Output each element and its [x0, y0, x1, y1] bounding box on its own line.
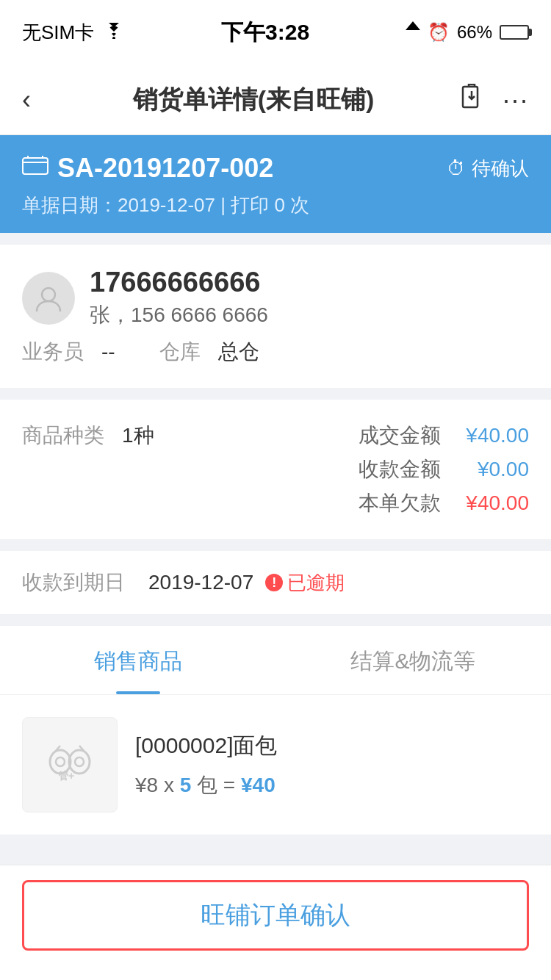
alarm-icon: ⏰ — [428, 22, 450, 43]
amount-label-2: 本单欠款 — [359, 489, 441, 517]
svg-rect-2 — [23, 158, 48, 174]
tabs-header: 销售商品 结算&物流等 — [0, 626, 551, 695]
amount-label-0: 成交金额 — [359, 422, 441, 450]
nav-actions: ··· — [441, 84, 529, 116]
summary-section: 商品种类 1种 成交金额 ¥40.00 收款金额 ¥0.00 本单欠款 ¥40.… — [0, 400, 551, 539]
avatar — [22, 272, 75, 325]
customer-name: 张，156 6666 6666 — [90, 301, 268, 329]
overdue-text: 已逾期 — [287, 570, 345, 596]
status-bar: 无SIM卡 下午3:28 ⏰ 66% — [0, 0, 551, 65]
status-left: 无SIM卡 — [22, 20, 125, 46]
order-icon — [22, 153, 48, 184]
battery-text: 66% — [457, 22, 492, 43]
tab-products[interactable]: 销售商品 — [0, 626, 276, 694]
type-value: 1种 — [122, 422, 154, 450]
confirm-order-button[interactable]: 旺铺订单确认 — [22, 880, 529, 951]
order-status: ⏱ 待确认 — [447, 156, 529, 181]
customer-top: 17666666666 张，156 6666 6666 — [22, 267, 529, 329]
customer-info: 17666666666 张，156 6666 6666 — [90, 267, 268, 329]
customer-phone: 17666666666 — [90, 267, 268, 298]
tabs-section: 销售商品 结算&物流等 管+ — [0, 626, 551, 835]
product-quantity: 5 — [180, 774, 192, 796]
warehouse-value: 总仓 — [218, 338, 259, 366]
order-id-text: SA-20191207-002 — [57, 153, 273, 184]
overdue-badge: ! 已逾期 — [265, 570, 345, 596]
order-id: SA-20191207-002 — [22, 153, 273, 184]
page-title: 销货单详情(来自旺铺) — [66, 83, 441, 117]
amount-value-2: ¥40.00 — [455, 491, 529, 515]
product-thumb-inner: 管+ — [44, 741, 96, 789]
summary-card: 商品种类 1种 成交金额 ¥40.00 收款金额 ¥0.00 本单欠款 ¥40.… — [0, 400, 551, 539]
share-icon[interactable] — [458, 84, 485, 116]
amount-label-1: 收款金额 — [359, 455, 441, 483]
amount-row-1: 收款金额 ¥0.00 — [359, 455, 529, 483]
amount-row-0: 成交金额 ¥40.00 — [359, 422, 529, 450]
svg-point-7 — [75, 757, 84, 766]
svg-point-3 — [42, 288, 55, 301]
type-label: 商品种类 — [22, 422, 104, 450]
customer-card: 17666666666 张，156 6666 6666 业务员 -- 仓库 总仓 — [0, 245, 551, 388]
more-icon[interactable]: ··· — [503, 84, 529, 115]
summary-right: 成交金额 ¥40.00 收款金额 ¥0.00 本单欠款 ¥40.00 — [359, 422, 529, 517]
warehouse-meta: 仓库 总仓 — [159, 338, 259, 366]
sales-label: 业务员 — [22, 338, 84, 366]
wifi-icon — [103, 21, 125, 44]
warehouse-label: 仓库 — [159, 338, 201, 366]
product-info: [0000002]面包 ¥8 x 5 包 = ¥40 — [135, 731, 529, 799]
due-date: 2019-12-07 — [148, 571, 253, 594]
due-label: 收款到期日 — [22, 569, 125, 597]
due-section: 收款到期日 2019-12-07 ! 已逾期 — [0, 551, 551, 614]
customer-section: 17666666666 张，156 6666 6666 业务员 -- 仓库 总仓 — [0, 245, 551, 388]
product-name: [0000002]面包 — [135, 731, 529, 761]
product-thumbnail: 管+ — [22, 717, 118, 813]
customer-meta: 业务员 -- 仓库 总仓 — [22, 338, 529, 366]
nav-bar: ‹ 销货单详情(来自旺铺) ··· — [0, 65, 551, 135]
product-price: ¥8 x 5 包 = ¥40 — [135, 771, 529, 799]
product-total: ¥40 — [241, 774, 276, 796]
amount-value-1: ¥0.00 — [455, 458, 529, 481]
overdue-dot-icon: ! — [265, 574, 283, 591]
location-icon — [406, 21, 420, 43]
status-time: 下午3:28 — [221, 18, 309, 48]
battery-icon — [500, 25, 529, 40]
order-header: SA-20191207-002 ⏱ 待确认 单据日期：2019-12-07 | … — [0, 135, 551, 233]
amount-value-0: ¥40.00 — [455, 424, 529, 447]
svg-point-0 — [112, 37, 115, 39]
tab-settlement[interactable]: 结算&物流等 — [276, 626, 551, 694]
sales-value: -- — [101, 340, 115, 364]
order-date: 单据日期：2019-12-07 | 打印 0 次 — [22, 192, 529, 218]
back-button[interactable]: ‹ — [22, 84, 66, 115]
status-right: ⏰ 66% — [406, 21, 529, 43]
amount-row-2: 本单欠款 ¥40.00 — [359, 489, 529, 517]
svg-point-6 — [56, 757, 65, 766]
bottom-button-area: 旺铺订单确认 — [0, 865, 551, 980]
sales-meta: 业务员 -- — [22, 338, 115, 366]
product-thumb-logo: 管+ — [44, 741, 96, 789]
summary-left: 商品种类 1种 — [22, 422, 154, 450]
product-item: 管+ [0000002]面包 ¥8 x 5 包 = ¥40 — [0, 695, 551, 835]
carrier-text: 无SIM卡 — [22, 20, 94, 46]
status-text: 待确认 — [472, 156, 529, 181]
svg-text:管+: 管+ — [58, 770, 74, 782]
status-clock-icon: ⏱ — [447, 157, 466, 180]
